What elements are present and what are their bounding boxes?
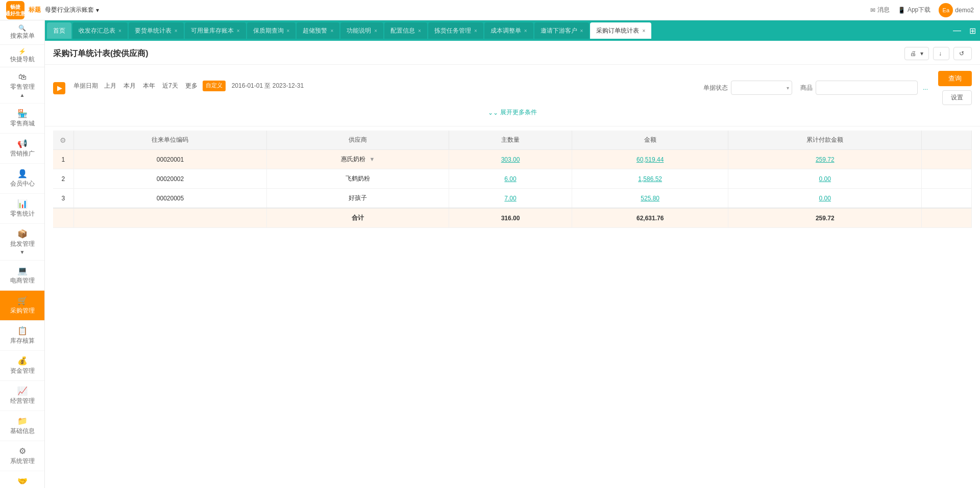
sidebar-item-ecommerce[interactable]: 💻 电商管理	[0, 261, 44, 291]
workspace-selector[interactable]: 母婴行业演示账套 ▾	[45, 6, 99, 14]
search-label: 搜索菜单	[3, 32, 41, 40]
wholesale-icon: 📦	[17, 229, 28, 239]
status-select[interactable]	[731, 81, 792, 95]
finance-icon: 💰	[17, 356, 28, 366]
app-download-action[interactable]: 📱 App下载	[898, 6, 930, 14]
sidebar-item-finance[interactable]: 💰 资金管理	[0, 351, 44, 381]
search-icon: 🔍	[3, 24, 41, 32]
tab-close-icon[interactable]: ×	[374, 28, 377, 34]
message-icon: ✉	[870, 7, 875, 14]
tab-close-icon[interactable]: ×	[474, 28, 477, 34]
table-area: ⚙ 往来单位编码 供应商 主数量 金额 累计付款金额 1	[45, 131, 980, 236]
row-amount: 1,586.52	[572, 169, 728, 189]
tab-close-icon[interactable]: ×	[524, 28, 527, 34]
filter-area: ▶ 单据日期 上月 本月 本年 近7天 更多	[45, 65, 980, 126]
shortcut-7days[interactable]: 近7天	[160, 81, 180, 91]
tab-close-icon[interactable]: ×	[287, 28, 290, 34]
export-button[interactable]: ↓	[933, 47, 949, 60]
sidebar-item-retail-store[interactable]: 🏪 零售商城	[0, 104, 44, 134]
row-supplier: 好孩子	[267, 189, 449, 209]
sidebar-item-inventory[interactable]: 📋 库存核算	[0, 321, 44, 351]
tab-func-desc[interactable]: 功能说明 ×	[340, 22, 383, 39]
tab-func-desc-label: 功能说明	[347, 27, 371, 35]
sidebar-item-marketing[interactable]: 📢 营销推广	[0, 134, 44, 164]
tab-invite-downstream[interactable]: 邀请下游客户 ×	[534, 22, 590, 39]
retail-store-label: 零售商城	[10, 119, 35, 128]
table-row: 1 00020001 惠氏奶粉 ▼ 303.00 60,519.44 259.7…	[53, 150, 972, 169]
tab-overstock[interactable]: 超储预警 ×	[297, 22, 339, 39]
tab-home[interactable]: 首页	[47, 22, 71, 39]
query-button[interactable]: 查询	[938, 71, 972, 86]
member-icon: 👤	[17, 169, 28, 178]
goods-more-icon[interactable]: ...	[921, 84, 930, 91]
tab-purchase-order-stats[interactable]: 采购订单统计表 ×	[590, 22, 651, 39]
tab-order-stats[interactable]: 要货单统计表 ×	[129, 22, 184, 39]
username: demo2	[955, 7, 974, 14]
sidebar-item-member[interactable]: 👤 会员中心	[0, 164, 44, 194]
tab-available-stock[interactable]: 可用量库存账本 ×	[185, 22, 246, 39]
tab-stock-summary-label: 收发存汇总表	[79, 27, 115, 35]
sidebar-item-purchase[interactable]: 🛒 采购管理	[0, 291, 44, 321]
footer-label: 合计	[267, 208, 449, 228]
table-footer-row: 合计 316.00 62,631.76 259.72	[53, 208, 972, 228]
tab-expiry[interactable]: 保质期查询 ×	[247, 22, 296, 39]
goods-input[interactable]	[816, 81, 918, 95]
shortcut-this-month[interactable]: 本月	[121, 81, 138, 91]
printer-icon: 🖨	[910, 50, 916, 57]
print-button[interactable]: 🖨 ▾	[904, 47, 929, 60]
shortcut-last-month[interactable]: 上月	[102, 81, 118, 91]
sidebar-item-collab[interactable]: 🤝 企业协同	[0, 471, 44, 488]
sidebar-search[interactable]: 🔍 搜索菜单	[0, 20, 44, 45]
tab-maximize-icon[interactable]: ⊞	[967, 24, 978, 38]
purchase-label: 采购管理	[10, 306, 35, 315]
custom-date-badge[interactable]: 自定义	[203, 81, 226, 91]
tab-minimize-icon[interactable]: —	[951, 24, 963, 37]
tab-pick-task[interactable]: 拣货任务管理 ×	[428, 22, 483, 39]
tab-cost-adjust[interactable]: 成本调整单 ×	[484, 22, 533, 39]
sidebar-item-operations[interactable]: 📈 经营管理	[0, 381, 44, 411]
basic-info-label: 基础信息	[10, 427, 35, 435]
refresh-button[interactable]: ↺	[953, 47, 972, 60]
row-expand-icon[interactable]: ▼	[369, 156, 375, 162]
th-supplier: 供应商	[267, 131, 449, 150]
sidebar-item-wholesale[interactable]: 📦 批发管理 ▼	[0, 224, 44, 261]
data-table: ⚙ 往来单位编码 供应商 主数量 金额 累计付款金额 1	[53, 131, 972, 228]
expand-more-icon: ⌄⌄	[488, 109, 498, 116]
th-code: 往来单位编码	[74, 131, 267, 150]
sidebar-item-system[interactable]: ⚙ 系统管理	[0, 441, 44, 471]
row-empty	[922, 189, 972, 209]
date-shortcuts: 上月 本月 本年 近7天 更多 自定义	[102, 81, 226, 91]
user-profile[interactable]: Ea demo2	[939, 3, 974, 17]
tab-close-active-icon[interactable]: ×	[642, 28, 645, 34]
date-range-display: 2016-01-01 至 2023-12-31	[232, 82, 304, 90]
tab-close-icon[interactable]: ×	[118, 28, 121, 34]
row-qty: 6.00	[449, 169, 572, 189]
print-dropdown-icon: ▾	[920, 50, 923, 57]
sidebar-item-retail-stats[interactable]: 📊 零售统计	[0, 194, 44, 224]
shortcut-this-year[interactable]: 本年	[141, 81, 157, 91]
sidebar-quick-nav[interactable]: ⚡ 快捷导航	[0, 45, 44, 67]
row-code: 00020005	[74, 189, 267, 209]
filter-toggle-button[interactable]: ▶	[53, 82, 65, 94]
chevron-right-icon: ▶	[57, 85, 62, 92]
goods-label: 商品	[800, 84, 813, 92]
expand-more-button[interactable]: ⌄⌄ 展开更多条件	[53, 105, 972, 120]
message-action[interactable]: ✉ 消息	[870, 6, 890, 14]
tab-close-icon[interactable]: ×	[330, 28, 333, 34]
th-paid: 累计付款金额	[728, 131, 922, 150]
th-settings: ⚙	[53, 131, 74, 150]
tab-order-stats-label: 要货单统计表	[135, 27, 172, 35]
tab-config[interactable]: 配置信息 ×	[384, 22, 427, 39]
sidebar-item-retail-mgmt[interactable]: 🛍 零售管理 ▲	[0, 67, 44, 104]
table-settings-icon[interactable]: ⚙	[60, 136, 66, 144]
tab-close-icon[interactable]: ×	[237, 28, 240, 34]
tab-stock-summary[interactable]: 收发存汇总表 ×	[72, 22, 128, 39]
sidebar-item-basic-info[interactable]: 📁 基础信息	[0, 411, 44, 441]
workspace-arrow-icon: ▾	[96, 7, 99, 14]
tab-close-icon[interactable]: ×	[418, 28, 421, 34]
page-header-actions: 🖨 ▾ ↓ ↺	[904, 47, 972, 60]
tab-close-icon[interactable]: ×	[580, 28, 583, 34]
tab-close-icon[interactable]: ×	[175, 28, 178, 34]
shortcut-more[interactable]: 更多	[183, 81, 200, 91]
settings-button[interactable]: 设置	[942, 90, 972, 105]
